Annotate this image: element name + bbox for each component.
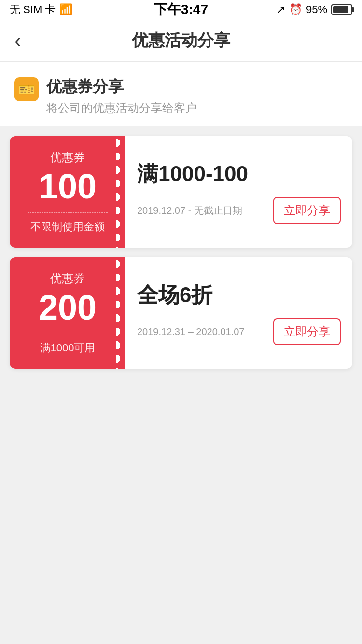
section-header: 🎫 优惠券分享 将公司的优惠活动分享给客户: [0, 62, 362, 126]
coupon-right-1: 满1000-100 2019.12.07 - 无截止日期 立即分享: [125, 136, 352, 248]
coupon-condition-1: 不限制使用金额: [30, 220, 105, 234]
coupon-right-2: 全场6折 2019.12.31 – 2020.01.07 立即分享: [125, 257, 352, 369]
coupon-list: 优惠券 100 不限制使用金额 满1000-100 2019.12.07 - 无…: [0, 126, 362, 378]
coupon-title-1: 满1000-100: [137, 160, 341, 188]
section-icon: 🎫: [14, 77, 39, 101]
coupon-amount-1: 100: [39, 169, 97, 204]
battery-percent: 95%: [306, 3, 327, 16]
page-title: 优惠活动分享: [132, 29, 230, 52]
location-icon: ↗: [277, 3, 285, 16]
nav-bar: ‹ 优惠活动分享: [0, 19, 362, 62]
coupon-type-1: 优惠券: [50, 150, 85, 165]
alarm-icon: ⏰: [289, 3, 302, 16]
empty-area: [0, 378, 362, 620]
coupon-card-2: 优惠券 200 满1000可用 全场6折 2019.12.31 – 2020.0…: [10, 257, 352, 369]
section-desc: 将公司的优惠活动分享给客户: [46, 100, 197, 116]
status-bar: 无 SIM 卡 📶 下午3:47 ↗ ⏰ 95%: [0, 0, 362, 19]
coupon-date-1: 2019.12.07 - 无截止日期: [137, 204, 268, 217]
share-button-2[interactable]: 立即分享: [273, 318, 341, 345]
coupon-condition-2: 满1000可用: [40, 341, 96, 355]
status-right: ↗ ⏰ 95%: [277, 3, 352, 16]
coupon-meta-2: 2019.12.31 – 2020.01.07 立即分享: [137, 318, 341, 345]
status-time: 下午3:47: [154, 0, 208, 19]
sim-label: 无 SIM 卡: [10, 2, 56, 17]
coupon-meta-1: 2019.12.07 - 无截止日期 立即分享: [137, 197, 341, 224]
coupon-card-1: 优惠券 100 不限制使用金额 满1000-100 2019.12.07 - 无…: [10, 136, 352, 248]
coupon-left-2: 优惠券 200 满1000可用: [10, 257, 125, 369]
wifi-icon: 📶: [59, 3, 72, 16]
coupon-type-2: 优惠券: [50, 271, 85, 286]
coupon-left-1: 优惠券 100 不限制使用金额: [10, 136, 125, 248]
section-text-group: 优惠券分享 将公司的优惠活动分享给客户: [46, 76, 197, 116]
section-title: 优惠券分享: [46, 76, 197, 98]
coupon-date-2: 2019.12.31 – 2020.01.07: [137, 326, 268, 337]
battery-icon: [331, 4, 352, 15]
back-button[interactable]: ‹: [14, 31, 21, 50]
coupon-title-2: 全场6折: [137, 281, 341, 309]
share-button-1[interactable]: 立即分享: [273, 197, 341, 224]
status-left: 无 SIM 卡 📶: [10, 2, 72, 17]
coupon-amount-2: 200: [39, 290, 97, 325]
